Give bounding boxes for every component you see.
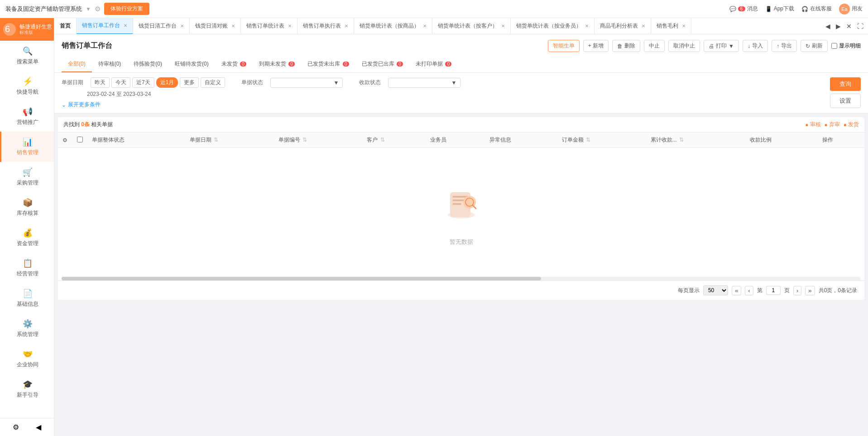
suspend-btn[interactable]: 中止 <box>644 40 665 52</box>
subtab-pending-check[interactable]: 待拣验货(0) <box>127 57 168 72</box>
payment-select[interactable]: ▼ <box>388 78 460 88</box>
tab-close-sales[interactable]: ✕ <box>124 23 127 28</box>
select-all-checkbox[interactable] <box>77 137 83 142</box>
tab-close-customer[interactable]: ✕ <box>501 24 505 28</box>
tab-close-reconcile[interactable]: ✕ <box>231 24 235 28</box>
audit-batch-btn[interactable]: ● 审核 <box>805 121 820 128</box>
tab-margin[interactable]: 商品毛利分析表 ✕ <box>595 18 651 34</box>
date-btn-today[interactable]: 今天 <box>111 77 130 88</box>
horizontal-scrollbar[interactable] <box>62 277 861 280</box>
tab-close-stats[interactable]: ✕ <box>288 24 292 28</box>
app-download-btn[interactable]: 📱 App下载 <box>765 5 794 13</box>
user-btn[interactable]: Ea 用友 <box>839 4 863 14</box>
prev-page-btn[interactable]: ‹ <box>745 286 753 295</box>
message-btn[interactable]: 💬 6 消息 <box>729 5 758 13</box>
date-btn-1month[interactable]: 近1月 <box>156 77 178 88</box>
collapse-icon[interactable]: ◀ <box>36 423 41 431</box>
tab-scroll-left[interactable]: ◀ <box>824 22 832 31</box>
subtab-all[interactable]: 全部(0) <box>62 57 92 72</box>
sidebar-item-collab[interactable]: 🤝 企业协同 <box>0 344 54 374</box>
sidebar-item-marketing[interactable]: 📢 营销推广 <box>0 101 54 132</box>
last-page-btn[interactable]: » <box>805 286 815 295</box>
sidebar-item-basic[interactable]: 📄 基础信息 <box>0 283 54 313</box>
export-btn[interactable]: ↑ 导出 <box>772 40 797 52</box>
sort-cumulative-icon[interactable]: ⇅ <box>679 137 684 143</box>
smart-create-btn[interactable]: 智能生单 <box>548 40 580 52</box>
new-btn[interactable]: + 新增 <box>583 40 609 52</box>
subtab-pending-audit[interactable]: 待审核(0) <box>92 57 128 72</box>
sidebar-item-quicknav[interactable]: ⚡ 快捷导航 <box>0 71 54 101</box>
col-doc-date[interactable]: 单据日期 ⇅ <box>185 133 274 148</box>
tab-sales-staff[interactable]: 销货单统计表（按业务员） ✕ <box>511 18 595 34</box>
sidebar-item-operation[interactable]: 📋 经营管理 <box>0 253 54 283</box>
col-doc-num[interactable]: 单据编号 ⇅ <box>274 133 363 148</box>
tab-reconcile[interactable]: 钱货日清对账 ✕ <box>190 18 241 34</box>
col-customer[interactable]: 客户 ⇅ <box>362 133 425 148</box>
tab-close-profit[interactable]: ✕ <box>682 24 686 28</box>
sidebar-item-inventory[interactable]: 📦 库存核算 <box>0 192 54 223</box>
import-btn[interactable]: ↓ 导入 <box>743 40 768 52</box>
tab-sales-stats[interactable]: 销售订单统计表 ✕ <box>241 18 297 34</box>
tab-scroll-right[interactable]: ▶ <box>834 22 843 31</box>
query-btn[interactable]: 查询 <box>830 77 861 91</box>
show-detail-input[interactable] <box>831 43 837 49</box>
tab-close-daily[interactable]: ✕ <box>180 24 184 28</box>
ship-batch-btn[interactable]: ● 发货 <box>844 121 859 128</box>
gear-icon[interactable]: ⚙ <box>95 5 101 13</box>
tab-home[interactable]: 首页 <box>54 18 77 34</box>
next-page-btn[interactable]: › <box>793 286 801 295</box>
sidebar-item-search[interactable]: 🔍 搜索菜单 <box>0 41 54 71</box>
cancel-suspend-btn[interactable]: 取消中止 <box>668 40 700 52</box>
expand-conditions-btn[interactable]: ⌄ 展开更多条件 <box>62 101 460 109</box>
tab-close-margin[interactable]: ✕ <box>642 24 645 28</box>
tab-sales-workbench[interactable]: 销售订单工作台 ✕ <box>77 18 133 34</box>
dropdown-arrow[interactable]: ▼ <box>86 6 91 12</box>
abandon-batch-btn[interactable]: ● 弃审 <box>825 121 840 128</box>
sidebar-item-system[interactable]: ⚙️ 系统管理 <box>0 313 54 344</box>
col-amount[interactable]: 订单金额 ⇅ <box>557 133 646 148</box>
subtab-shipped-out[interactable]: 已发货已出库 0 <box>355 57 409 72</box>
sidebar-item-sales[interactable]: 📊 销售管理 <box>0 132 54 162</box>
sidebar-item-guide[interactable]: 🎓 新手引导 <box>0 374 54 404</box>
delete-btn[interactable]: 🗑 删除 <box>612 40 640 52</box>
col-settings[interactable]: ⚙ <box>58 133 72 148</box>
subtab-overdue[interactable]: 到期未发货 0 <box>253 57 301 72</box>
page-input[interactable] <box>766 286 781 295</box>
first-page-btn[interactable]: « <box>732 286 741 295</box>
tab-sales-customer[interactable]: 销货单统计表（按客户） ✕ <box>432 18 511 34</box>
date-btn-more[interactable]: 更多 <box>180 77 199 88</box>
tab-sales-product[interactable]: 销货单统计表（按商品） ✕ <box>354 18 432 34</box>
sidebar-item-finance[interactable]: 💰 资金管理 <box>0 223 54 253</box>
tab-maximize[interactable]: ⛶ <box>855 22 865 31</box>
subtab-unshipped[interactable]: 未发货 0 <box>215 57 253 72</box>
subtab-wangpu[interactable]: 旺铺待发货(0) <box>168 57 215 72</box>
sort-customer-icon[interactable]: ⇅ <box>380 137 385 143</box>
tab-close-staff[interactable]: ✕ <box>585 24 589 28</box>
sort-date-icon[interactable]: ⇅ <box>214 137 218 143</box>
col-checkbox[interactable] <box>72 133 87 148</box>
settings-footer-icon[interactable]: ⚙ <box>13 423 19 431</box>
sidebar-item-purchase[interactable]: 🛒 采购管理 <box>0 162 54 192</box>
solution-btn[interactable]: 体验行业方案 <box>104 3 149 15</box>
status-select[interactable]: ▼ <box>270 78 343 88</box>
tab-daily-clear[interactable]: 钱货日清工作台 ✕ <box>133 18 190 34</box>
show-detail-checkbox[interactable]: 显示明细 <box>831 42 861 50</box>
scrollbar-thumb[interactable] <box>62 277 541 280</box>
tab-close-all[interactable]: ✕ <box>844 22 854 31</box>
subtab-shipped-not-out[interactable]: 已发货未出库 0 <box>301 57 355 72</box>
subtab-not-printed[interactable]: 未打印单据 0 <box>409 57 458 72</box>
sort-amount-icon[interactable]: ⇅ <box>586 137 590 143</box>
tab-sales-profit[interactable]: 销售毛利 ✕ <box>651 18 691 34</box>
date-btn-7days[interactable]: 近7天 <box>132 77 154 88</box>
per-page-select[interactable]: 50 100 200 <box>703 285 728 295</box>
set-btn[interactable]: 设置 <box>830 94 861 108</box>
tab-close-exec[interactable]: ✕ <box>345 24 348 28</box>
print-btn[interactable]: 🖨 打印 ▼ <box>704 40 739 52</box>
col-cumulative[interactable]: 累计收款... ⇅ <box>646 133 745 148</box>
sort-num-icon[interactable]: ⇅ <box>302 137 307 143</box>
date-btn-yesterday[interactable]: 昨天 <box>91 77 110 88</box>
refresh-btn[interactable]: ↻ 刷新 <box>801 40 828 52</box>
date-btn-custom[interactable]: 自定义 <box>201 77 225 88</box>
online-service-btn[interactable]: 🎧 在线客服 <box>801 5 832 13</box>
tab-close-product[interactable]: ✕ <box>423 24 427 28</box>
